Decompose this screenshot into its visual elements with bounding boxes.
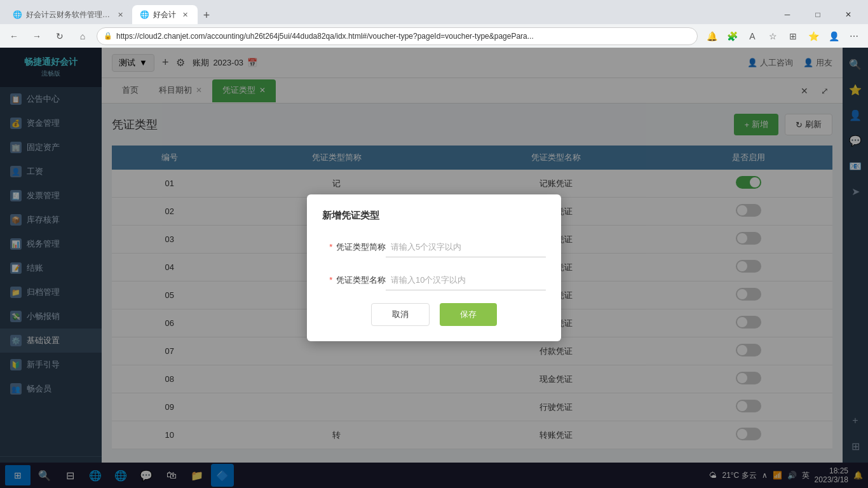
address-bar[interactable]: 🔒 https://cloud2.chanjet.com/accounting/… (97, 27, 698, 45)
translate-icon[interactable]: A (743, 27, 761, 45)
tab1-close[interactable]: ✕ (117, 10, 125, 20)
lock-icon: 🔒 (104, 32, 112, 40)
name-label-text: 凭证类型名称 (336, 275, 386, 285)
tab1-favicon: 🌐 (13, 10, 22, 19)
extensions-icon[interactable]: 🧩 (723, 27, 741, 45)
cancel-button[interactable]: 取消 (371, 303, 430, 326)
refresh-button[interactable]: ↻ (51, 27, 69, 45)
modal-dialog: 新增凭证类型 * 凭证类型简称 * 凭证类型名称 取消 保存 (307, 194, 561, 341)
save-button[interactable]: 保存 (440, 303, 497, 326)
form-name-row: * 凭证类型名称 (322, 270, 546, 290)
modal-footer: 取消 保存 (322, 303, 546, 326)
tab2-favicon: 🌐 (140, 10, 149, 19)
tab2-close[interactable]: ✕ (180, 10, 190, 20)
close-button[interactable]: ✕ (834, 5, 863, 24)
minimize-button[interactable]: ─ (773, 5, 802, 24)
favorites-icon[interactable]: ☆ (764, 27, 782, 45)
form-short-row: * 凭证类型简称 (322, 237, 546, 257)
forward-button[interactable]: → (28, 27, 46, 45)
name-label: * 凭证类型名称 (322, 274, 386, 286)
profile-icon[interactable]: 👤 (825, 27, 843, 45)
modal-overlay: 新增凭证类型 * 凭证类型简称 * 凭证类型名称 取消 保存 (0, 48, 868, 488)
tab1-title: 好会计云财务软件管理系统_会计 (26, 10, 113, 20)
short-label-text: 凭证类型简称 (336, 242, 386, 252)
new-tab-button[interactable]: + (198, 6, 215, 24)
home-button[interactable]: ⌂ (74, 27, 92, 45)
restore-button[interactable]: □ (803, 5, 832, 24)
short-label: * 凭证类型简称 (322, 241, 386, 253)
tab2-title: 好会计 (153, 10, 176, 20)
split-icon[interactable]: ⊞ (784, 27, 802, 45)
modal-title: 新增凭证类型 (322, 210, 546, 222)
menu-icon[interactable]: ⋯ (845, 27, 863, 45)
browser-tab-1[interactable]: 🌐 好会计云财务软件管理系统_会计 ✕ (5, 5, 132, 24)
name-input[interactable] (386, 270, 546, 290)
back-button[interactable]: ← (5, 27, 23, 45)
url-text: https://cloud2.chanjet.com/accounting/uh… (116, 32, 691, 41)
browser-tab-2[interactable]: 🌐 好会计 ✕ (132, 5, 198, 24)
short-input[interactable] (386, 237, 546, 257)
short-required-mark: * (329, 242, 332, 252)
bookmark-icon[interactable]: ⭐ (804, 27, 822, 45)
notifications-icon[interactable]: 🔔 (703, 27, 721, 45)
name-required-mark: * (329, 275, 332, 285)
